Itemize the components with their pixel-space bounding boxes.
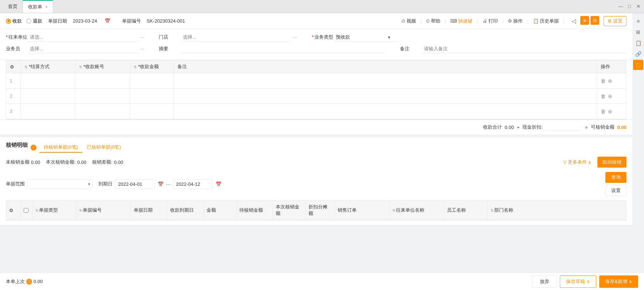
- table-view-icon[interactable]: ≡: [580, 16, 589, 25]
- tab-pending[interactable]: 待核销单据(0笔): [39, 142, 82, 153]
- tab-receipt-label: 收款单: [28, 4, 42, 10]
- draft-chevron-icon: ∧: [586, 279, 590, 284]
- store-input[interactable]: [181, 33, 291, 42]
- auto-verify-button[interactable]: 自动核销: [597, 157, 627, 168]
- td-account-3[interactable]: [75, 104, 130, 119]
- toolbar-actions: ⊙ 视频 | ⊙ 帮助 | ⌨ 快捷键 | 🖨 打印 | ⚙ 操作 | 📋 历史…: [401, 16, 627, 26]
- bottom-th-gear[interactable]: ⚙: [6, 201, 21, 220]
- video-label: 视频: [407, 18, 416, 24]
- list-view-icon[interactable]: ◁: [569, 16, 579, 26]
- bottom-th-checkbox[interactable]: [21, 201, 32, 220]
- summary-input[interactable]: [181, 44, 385, 53]
- radio-receipt[interactable]: 收款: [6, 18, 22, 24]
- summary-row: 收款合计 0.00 + 现金折扣: = 可核销金额 0.00: [0, 119, 632, 134]
- filter-settings-button[interactable]: 设置: [605, 185, 627, 196]
- more-conditions-link[interactable]: ▽ 更多条件 ∧: [563, 159, 592, 165]
- bottom-gear-icon: ⚙: [9, 208, 13, 213]
- shortcut-icon: ⌨: [450, 18, 457, 24]
- print-icon: 🖨: [483, 18, 487, 24]
- help-link[interactable]: ⊙ 帮助: [426, 18, 440, 24]
- sidebar-link-icon[interactable]: 🔗: [633, 49, 643, 59]
- footer-info-icon[interactable]: ⓘ: [26, 279, 32, 285]
- operation-link[interactable]: ⚙ 操作: [508, 18, 523, 24]
- discount-label: 现金折扣:: [522, 124, 543, 130]
- print-link[interactable]: 🖨 打印: [483, 18, 498, 24]
- salesperson-input[interactable]: [28, 44, 138, 53]
- biz-type-label: *业务类型: [312, 34, 334, 40]
- top-toolbar: 收款 退款 单据日期 2023-03-24 📅 单据编号 SK-20230324…: [0, 13, 632, 29]
- number-label: 单据编号: [122, 18, 141, 24]
- date-start-calendar-icon[interactable]: 📅: [158, 181, 164, 187]
- store-more-icon[interactable]: ···: [293, 34, 297, 40]
- verification-title: 核销明细: [6, 142, 28, 149]
- bottom-th-pending: 待核销金额: [236, 201, 273, 220]
- salesperson-more-icon[interactable]: ···: [140, 46, 144, 52]
- sort-dept-icon: ⇅: [491, 208, 494, 212]
- td-remark-1[interactable]: [174, 73, 597, 88]
- copy-row-3-icon[interactable]: ⊕: [608, 109, 612, 114]
- detail-view-icon[interactable]: ⊟: [590, 16, 599, 25]
- settings-button[interactable]: ⚙ 设置: [604, 16, 627, 26]
- right-sidebar: ≡ ⊞ 📋 🔗 ⬚: [632, 13, 644, 70]
- tab-close-icon[interactable]: ×: [45, 4, 48, 9]
- delete-row-3-icon[interactable]: 🗑: [601, 109, 606, 114]
- td-remark-2[interactable]: [174, 89, 597, 103]
- shortcut-link[interactable]: ⌨ 快捷键: [450, 18, 472, 24]
- td-amount-2[interactable]: [130, 89, 174, 103]
- date-start-input[interactable]: [115, 179, 155, 189]
- delete-row-1-icon[interactable]: 🗑: [601, 78, 606, 84]
- video-link[interactable]: ⊙ 视频: [401, 18, 416, 24]
- maximize-button[interactable]: □: [627, 4, 632, 9]
- counterpart-input[interactable]: [28, 33, 138, 42]
- sort-icon-payment: ⇅: [24, 65, 27, 69]
- save-draft-button[interactable]: 保存草稿 ∧: [560, 275, 596, 288]
- close-button[interactable]: ✕: [635, 4, 641, 9]
- date-end-input[interactable]: [173, 179, 213, 189]
- td-amount-1[interactable]: [130, 73, 174, 88]
- td-payment-1[interactable]: [21, 73, 75, 88]
- td-payment-2[interactable]: [21, 89, 75, 103]
- remark-input[interactable]: [422, 44, 627, 53]
- tab-home[interactable]: 首页: [3, 0, 23, 13]
- query-button[interactable]: 查询: [605, 172, 627, 183]
- sidebar-clipboard-icon[interactable]: 📋: [633, 38, 643, 48]
- td-payment-3[interactable]: [21, 104, 75, 119]
- tab-receipt[interactable]: 收款单 ×: [23, 0, 53, 13]
- table-row: 2 🗑 ⊕: [6, 89, 626, 104]
- tab-home-label: 首页: [8, 3, 17, 10]
- bottom-th-sales-order: 销售订单: [335, 201, 389, 220]
- radio-refund[interactable]: 退款: [26, 18, 42, 24]
- th-account: ⇅ *收款账号: [75, 60, 130, 73]
- bottom-table: ⚙ ⇅ 单据类型 ⇅ 单据编号 单据日期 收款到期日 金额: [6, 200, 627, 220]
- sidebar-grid-icon[interactable]: ⊞: [633, 27, 643, 37]
- action-btns-1: 🗑 ⊕: [601, 78, 612, 84]
- sidebar-expand-icon[interactable]: ⬚: [633, 60, 643, 70]
- copy-row-1-icon[interactable]: ⊕: [608, 78, 612, 84]
- delete-row-2-icon[interactable]: 🗑: [601, 93, 606, 99]
- minimize-button[interactable]: —: [618, 4, 624, 9]
- date-end-calendar-icon[interactable]: 📅: [216, 181, 221, 187]
- history-link[interactable]: 📋 历史单据: [533, 18, 559, 24]
- select-all-checkbox[interactable]: [24, 208, 28, 213]
- td-remark-3[interactable]: [174, 104, 597, 119]
- query-label: 查询: [611, 175, 621, 180]
- verification-section: 核销明细 i 待核销单据(0笔) 已核销单据(0笔) 未核销金额 0.00 本次…: [0, 137, 632, 225]
- abandon-button[interactable]: 放弃: [532, 275, 557, 288]
- sidebar-table-icon[interactable]: ≡: [633, 16, 643, 26]
- discount-input[interactable]: [546, 124, 582, 131]
- copy-row-2-icon[interactable]: ⊕: [608, 93, 612, 99]
- date-calendar-icon[interactable]: 📅: [105, 18, 110, 24]
- save-new-button[interactable]: 保存&新增 ∧: [599, 275, 638, 288]
- scope-select[interactable]: [27, 179, 93, 189]
- verification-info-icon[interactable]: i: [31, 145, 36, 150]
- td-account-1[interactable]: [75, 73, 130, 88]
- biz-type-input[interactable]: [334, 33, 399, 42]
- td-account-2[interactable]: [75, 89, 130, 103]
- counterpart-more-icon[interactable]: ···: [140, 34, 144, 40]
- th-gear[interactable]: ⚙: [6, 60, 21, 73]
- content-wrapper: 收款 退款 单据日期 2023-03-24 📅 单据编号 SK-20230324…: [0, 13, 632, 242]
- unverified-label: 未核销金额: [6, 159, 30, 165]
- tab-done[interactable]: 已核销单据(0笔): [82, 142, 125, 153]
- bottom-th-employee-label: 员工名称: [447, 207, 466, 213]
- td-amount-3[interactable]: [130, 104, 174, 119]
